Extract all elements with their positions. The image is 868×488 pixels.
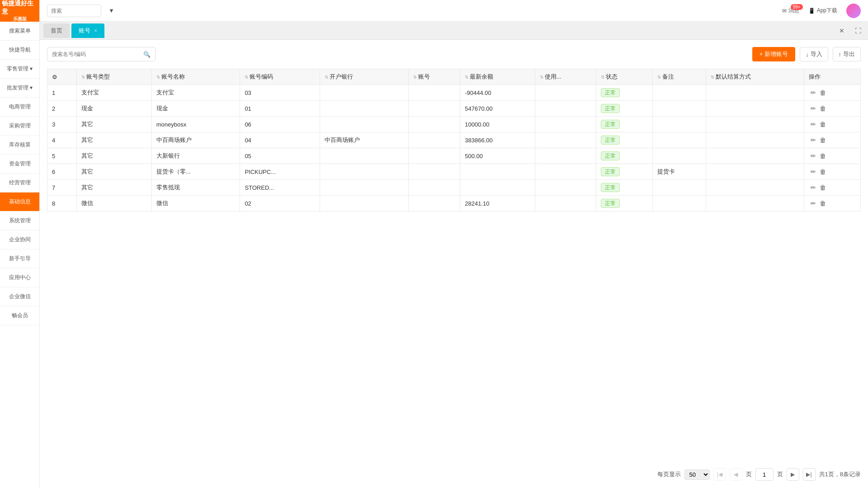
sidebar-item-5[interactable]: 采购管理 bbox=[0, 117, 39, 136]
sidebar-item-9[interactable]: 基础信息 bbox=[0, 192, 39, 211]
app-download-button[interactable]: 📱 App下载 bbox=[808, 7, 837, 14]
sidebar-item-4[interactable]: 电商管理 bbox=[0, 98, 39, 117]
status-badge: 正常 bbox=[601, 151, 620, 160]
edit-button-row7[interactable]: ✏ bbox=[811, 200, 816, 207]
close-tab-button[interactable]: ✕ bbox=[835, 24, 848, 37]
cell-usage-row3 bbox=[535, 132, 596, 148]
header-search-input[interactable] bbox=[47, 5, 101, 17]
edit-button-row2[interactable]: ✏ bbox=[811, 121, 816, 128]
delete-button-row6[interactable]: 🗑 bbox=[820, 184, 826, 191]
main-content: ▼ ✉ 消息 99+ 📱 App下载 首页账号× ✕ ⛶ bbox=[40, 0, 868, 488]
header-dropdown[interactable]: ▼ bbox=[108, 7, 114, 14]
col-header-account[interactable]: ⇅ 账号 bbox=[409, 69, 460, 85]
table-row: 4其它中百商场账户04中百商场账户383866.00正常✏🗑 bbox=[47, 132, 861, 148]
cell-type-row0: 支付宝 bbox=[77, 85, 152, 101]
maximize-button[interactable]: ⛶ bbox=[852, 24, 864, 37]
cell-status-row3: 正常 bbox=[596, 132, 652, 148]
sidebar-item-10[interactable]: 系统管理 bbox=[0, 211, 39, 230]
message-button[interactable]: ✉ 消息 99+ bbox=[782, 7, 799, 14]
first-page-button[interactable]: |◀ bbox=[713, 468, 726, 481]
search-icon[interactable]: 🔍 bbox=[143, 51, 151, 58]
col-header-code[interactable]: ⇅ 账号编码 bbox=[240, 69, 320, 85]
col-header-actions: 操作 bbox=[804, 69, 861, 85]
prev-page-button[interactable]: ◀ bbox=[730, 468, 742, 481]
sidebar-item-0[interactable]: 搜索菜单 bbox=[0, 22, 39, 41]
cell-index-row7: 8 bbox=[47, 196, 77, 211]
cell-code-row5: PICKUPC... bbox=[240, 164, 320, 180]
cell-name-row5: 提货卡（零... bbox=[151, 164, 240, 180]
page-number-input[interactable] bbox=[755, 468, 774, 481]
col-header-balance[interactable]: ⇅ 最新余额 bbox=[460, 69, 535, 85]
app-logo: 畅捷通好生意 乐惠版 bbox=[0, 0, 39, 22]
sidebar-item-7[interactable]: 资金管理 bbox=[0, 155, 39, 174]
cell-status-row2: 正常 bbox=[596, 117, 652, 132]
cell-bank-row2 bbox=[320, 117, 409, 132]
cell-remark-row0 bbox=[652, 85, 706, 101]
header-left: ▼ bbox=[47, 5, 114, 17]
delete-button-row1[interactable]: 🗑 bbox=[820, 105, 826, 112]
search-input[interactable] bbox=[52, 51, 143, 57]
page-label: 页 bbox=[746, 470, 752, 479]
cell-type-row1: 现金 bbox=[77, 101, 152, 117]
tab-1[interactable]: 账号× bbox=[71, 23, 104, 38]
cell-actions-row3: ✏🗑 bbox=[804, 132, 861, 148]
cell-bank-row3: 中百商场账户 bbox=[320, 132, 409, 148]
col-header-remark[interactable]: ⇅ 备注 bbox=[652, 69, 706, 85]
col-header-name[interactable]: ⇅ 账号名称 bbox=[151, 69, 240, 85]
cell-account-row2 bbox=[409, 117, 460, 132]
cell-bank-row4 bbox=[320, 148, 409, 164]
page-size-select[interactable]: 50 100 bbox=[684, 469, 710, 480]
col-header-status[interactable]: ⇅ 状态 bbox=[596, 69, 652, 85]
cell-settlement-row0 bbox=[706, 85, 804, 101]
status-badge: 正常 bbox=[601, 199, 620, 208]
edit-button-row6[interactable]: ✏ bbox=[811, 184, 816, 191]
delete-button-row5[interactable]: 🗑 bbox=[820, 168, 826, 175]
delete-button-row7[interactable]: 🗑 bbox=[820, 200, 826, 207]
next-page-button[interactable]: ▶ bbox=[787, 468, 799, 481]
cell-code-row7: 02 bbox=[240, 196, 320, 211]
sidebar-item-2[interactable]: 零售管理 ▾ bbox=[0, 60, 39, 79]
edit-button-row0[interactable]: ✏ bbox=[811, 89, 816, 96]
delete-button-row0[interactable]: 🗑 bbox=[820, 89, 826, 96]
edit-button-row4[interactable]: ✏ bbox=[811, 152, 816, 160]
sidebar-item-15[interactable]: 畅会员 bbox=[0, 306, 39, 325]
cell-account-row7 bbox=[409, 196, 460, 211]
cell-type-row3: 其它 bbox=[77, 132, 152, 148]
col-header-usage[interactable]: ⇅ 使用... bbox=[535, 69, 596, 85]
sidebar-item-12[interactable]: 新手引导 bbox=[0, 249, 39, 268]
tab-0[interactable]: 首页 bbox=[43, 23, 70, 38]
sidebar-item-3[interactable]: 批发管理 ▾ bbox=[0, 79, 39, 98]
cell-type-row6: 其它 bbox=[77, 180, 152, 196]
cell-type-row4: 其它 bbox=[77, 148, 152, 164]
cell-code-row3: 04 bbox=[240, 132, 320, 148]
edit-button-row1[interactable]: ✏ bbox=[811, 105, 816, 112]
cell-account-row0 bbox=[409, 85, 460, 101]
cell-settlement-row2 bbox=[706, 117, 804, 132]
cell-remark-row5: 提货卡 bbox=[652, 164, 706, 180]
import-button[interactable]: ↓ 导入 bbox=[800, 47, 828, 61]
add-account-button[interactable]: + 新增账号 bbox=[752, 47, 795, 61]
sidebar-item-8[interactable]: 经营管理 bbox=[0, 174, 39, 192]
status-badge: 正常 bbox=[601, 88, 620, 97]
delete-button-row2[interactable]: 🗑 bbox=[820, 121, 826, 128]
delete-button-row4[interactable]: 🗑 bbox=[820, 152, 826, 160]
col-header-type[interactable]: ⇅ 账号类型 bbox=[77, 69, 152, 85]
edit-button-row3[interactable]: ✏ bbox=[811, 136, 816, 144]
col-header-settlement[interactable]: ⇅ 默认结算方式 bbox=[706, 69, 804, 85]
col-header-bank[interactable]: ⇅ 开户银行 bbox=[320, 69, 409, 85]
last-page-button[interactable]: ▶| bbox=[803, 468, 816, 481]
sidebar-item-11[interactable]: 企业协同 bbox=[0, 230, 39, 249]
cell-bank-row1 bbox=[320, 101, 409, 117]
user-avatar[interactable] bbox=[846, 4, 861, 18]
sidebar-item-13[interactable]: 应用中心 bbox=[0, 268, 39, 287]
delete-button-row3[interactable]: 🗑 bbox=[820, 136, 826, 144]
export-button[interactable]: ↑ 导出 bbox=[833, 47, 861, 61]
sidebar-item-6[interactable]: 库存核算 bbox=[0, 136, 39, 155]
tab-close-1[interactable]: × bbox=[94, 28, 97, 34]
sidebar-item-14[interactable]: 企业微信 bbox=[0, 287, 39, 306]
edit-button-row5[interactable]: ✏ bbox=[811, 168, 816, 175]
cell-name-row7: 微信 bbox=[151, 196, 240, 211]
cell-name-row2: moneybosx bbox=[151, 117, 240, 132]
sidebar-item-1[interactable]: 快捷导航 bbox=[0, 41, 39, 60]
cell-balance-row2: 10000.00 bbox=[460, 117, 535, 132]
